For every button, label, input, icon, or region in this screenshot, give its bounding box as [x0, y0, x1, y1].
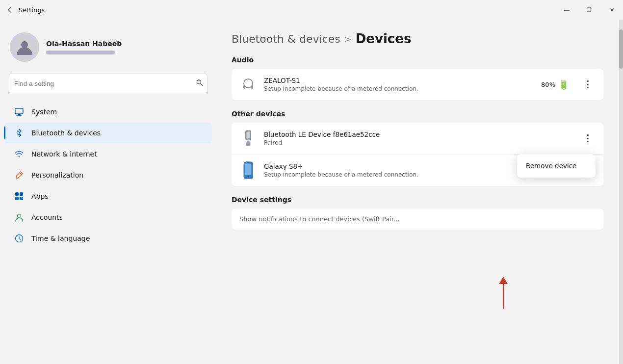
sidebar-item-personalization[interactable]: Personalization	[4, 165, 212, 185]
svg-line-2	[201, 84, 203, 86]
sidebar: Ola-Hassan Habeeb	[0, 20, 216, 364]
device-settings-section: Device settings Show notifications to co…	[232, 196, 603, 230]
svg-point-6	[19, 156, 20, 157]
sidebar-item-time-label: Time & language	[31, 234, 90, 242]
battery-icon: 🔋	[558, 79, 569, 90]
audio-section: Audio ZEALOT-S1 Setup incomplete because…	[232, 56, 603, 100]
svg-rect-15	[251, 85, 253, 89]
app-title: Settings	[19, 6, 45, 14]
sidebar-item-network[interactable]: Network & internet	[4, 144, 212, 164]
ble-device-info: Bluetooth LE Device f8e61ae52cce Paired	[264, 130, 573, 146]
search-box	[8, 74, 208, 93]
galaxy-device-icon	[239, 161, 257, 179]
ble-device-card: Bluetooth LE Device f8e61ae52cce Paired …	[232, 123, 603, 154]
device-settings-card: Show notifications to connect devices (S…	[232, 208, 603, 230]
search-icon	[196, 79, 203, 86]
sidebar-item-apps[interactable]: Apps	[4, 186, 212, 207]
svg-rect-18	[247, 140, 249, 142]
device-settings-title: Device settings	[232, 196, 603, 204]
svg-rect-9	[15, 197, 19, 200]
ble-device-name: Bluetooth LE Device f8e61ae52cce	[264, 130, 573, 138]
wifi-icon	[14, 149, 25, 159]
title-bar: Settings — ❐ ✕	[0, 0, 623, 20]
back-icon[interactable]	[6, 6, 14, 14]
breadcrumb-parent: Bluetooth & devices	[232, 33, 340, 45]
title-bar-controls: — ❐ ✕	[555, 0, 623, 20]
svg-rect-10	[20, 197, 23, 200]
time-icon	[14, 233, 25, 244]
bluetooth-icon	[14, 128, 25, 138]
sidebar-item-time[interactable]: Time & language	[4, 228, 212, 249]
sidebar-item-personalization-label: Personalization	[31, 171, 83, 179]
user-info: Ola-Hassan Habeeb	[46, 40, 122, 54]
brush-icon	[14, 170, 25, 181]
user-avatar-icon	[16, 38, 33, 56]
avatar	[10, 32, 39, 62]
scrollbar-track[interactable]	[619, 20, 623, 364]
system-icon	[14, 106, 25, 117]
headphones-icon	[239, 76, 257, 93]
sidebar-item-apps-label: Apps	[31, 192, 49, 200]
sidebar-nav: System Bluetooth & devices	[0, 101, 216, 249]
svg-point-1	[197, 80, 201, 84]
svg-point-11	[18, 214, 21, 218]
apps-icon	[14, 191, 25, 202]
arrow-container	[499, 277, 508, 309]
svg-rect-19	[246, 142, 251, 146]
scrollbar-thumb[interactable]	[619, 29, 623, 69]
svg-rect-17	[246, 132, 250, 138]
battery-percent: 80%	[541, 81, 555, 88]
user-section: Ola-Hassan Habeeb	[0, 25, 216, 72]
sidebar-item-bluetooth-label: Bluetooth & devices	[31, 129, 101, 137]
ble-device-status: Paired	[264, 139, 573, 146]
sidebar-item-bluetooth[interactable]: Bluetooth & devices	[4, 123, 212, 143]
svg-rect-3	[15, 108, 23, 114]
zealot-device-card: ZEALOT-S1 Setup incomplete because of a …	[232, 69, 603, 100]
breadcrumb-current: Devices	[356, 31, 412, 46]
sidebar-item-network-label: Network & internet	[31, 150, 97, 158]
maximize-button[interactable]: ❐	[578, 0, 600, 20]
breadcrumb-separator: >	[344, 34, 352, 44]
zealot-device-name: ZEALOT-S1	[264, 77, 534, 84]
minimize-button[interactable]: —	[555, 0, 578, 20]
user-name: Ola-Hassan Habeeb	[46, 40, 122, 48]
sidebar-item-system[interactable]: System	[4, 102, 212, 122]
device-settings-hint: Show notifications to connect devices (S…	[239, 215, 400, 223]
arrow-shaft	[503, 284, 504, 309]
user-bar	[46, 51, 115, 54]
accounts-icon	[14, 212, 25, 223]
window-body: Ola-Hassan Habeeb	[0, 20, 623, 364]
remove-device-menu-item[interactable]: Remove device	[517, 157, 596, 175]
search-button[interactable]	[196, 79, 203, 88]
svg-rect-8	[20, 192, 23, 196]
title-bar-left: Settings	[6, 6, 45, 14]
svg-rect-23	[247, 162, 249, 163]
zealot-more-button[interactable]: ⋮	[580, 77, 596, 92]
context-menu: Remove device	[517, 154, 596, 178]
ble-more-button[interactable]: ⋮	[580, 130, 596, 146]
other-devices-title: Other devices	[232, 110, 603, 118]
sidebar-item-system-label: System	[31, 108, 57, 116]
arrow-head	[499, 277, 508, 284]
ble-device-icon	[239, 130, 257, 147]
zealot-device-status: Setup incomplete because of a metered co…	[264, 85, 534, 92]
search-input[interactable]	[8, 74, 208, 93]
svg-rect-14	[243, 85, 245, 89]
zealot-device-info: ZEALOT-S1 Setup incomplete because of a …	[264, 77, 534, 92]
svg-rect-7	[15, 192, 19, 196]
close-button[interactable]: ✕	[600, 0, 623, 20]
svg-rect-21	[245, 164, 252, 175]
sidebar-item-accounts-label: Accounts	[31, 213, 63, 221]
sidebar-item-accounts[interactable]: Accounts	[4, 207, 212, 228]
other-devices-section: Other devices Bluetooth LE Device f8e61a…	[232, 110, 603, 186]
main-content: Bluetooth & devices > Devices Audio ZEAL…	[216, 20, 619, 364]
svg-point-0	[21, 41, 28, 48]
svg-point-22	[247, 176, 249, 178]
breadcrumb: Bluetooth & devices > Devices	[232, 31, 603, 46]
audio-section-title: Audio	[232, 56, 603, 64]
zealot-battery: 80% 🔋	[541, 79, 569, 90]
